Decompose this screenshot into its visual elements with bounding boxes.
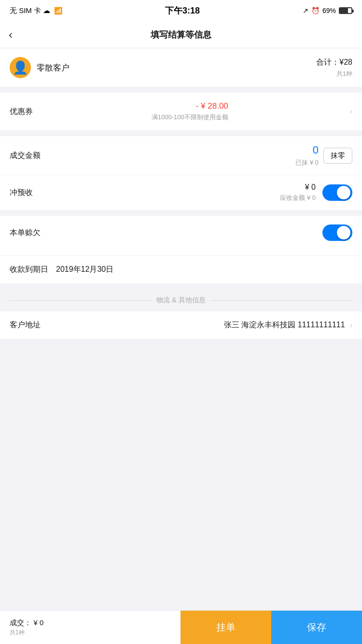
divider-line-left bbox=[10, 300, 152, 301]
coupon-desc: 满1000-100不限制使用金额 bbox=[152, 113, 228, 122]
avatar-icon: 👤 bbox=[13, 60, 28, 75]
due-date-row[interactable]: 收款到期日 2019年12月30日 bbox=[0, 255, 362, 283]
prepay-values: ¥ 0 应收金额 ¥ 0 bbox=[280, 183, 316, 202]
customer-name: 零散客户 bbox=[37, 62, 70, 73]
prepay-toggle[interactable] bbox=[322, 184, 352, 201]
debt-label: 本单赊欠 bbox=[10, 228, 41, 238]
total-amount: 合计：¥28 bbox=[316, 57, 352, 68]
prepay-sub: 应收金额 ¥ 0 bbox=[280, 194, 316, 202]
divider-line-right bbox=[210, 300, 352, 301]
battery-percentage: 69% bbox=[322, 7, 336, 14]
status-left: 无 SIM 卡 ☁ 📶 bbox=[10, 6, 62, 15]
prepay-row: 冲预收 ¥ 0 应收金额 ¥ 0 bbox=[0, 175, 362, 210]
status-right: ↗ ⏰ 69% bbox=[303, 7, 352, 14]
customer-right: 合计：¥28 共1种 bbox=[316, 57, 352, 78]
logistics-line: 物流 & 其他信息 bbox=[10, 296, 352, 305]
battery-icon bbox=[339, 7, 352, 14]
coupon-chevron-icon: › bbox=[350, 107, 352, 116]
back-button[interactable]: ‹ bbox=[9, 29, 13, 41]
bottom-deal-label: 成交： bbox=[10, 618, 31, 627]
debt-toggle-knob bbox=[337, 226, 350, 239]
transaction-value[interactable]: 0 bbox=[295, 144, 319, 156]
address-section[interactable]: 客户地址 张三 海淀永丰科技园 11111111111 › bbox=[0, 311, 362, 339]
alarm-icon: ⏰ bbox=[311, 7, 320, 14]
customer-row: 👤 零散客户 合计：¥28 共1种 bbox=[0, 48, 362, 87]
location-icon: ↗ bbox=[303, 7, 308, 14]
transaction-section: 成交金额 0 已抹 ¥ 0 抹零 冲预收 ¥ 0 应收金额 ¥ 0 bbox=[0, 136, 362, 210]
suspend-button[interactable]: 挂单 bbox=[181, 611, 271, 644]
total-count: 共1种 bbox=[316, 70, 352, 78]
prepay-label: 冲预收 bbox=[10, 188, 33, 198]
due-date-label: 收款到期日 bbox=[10, 265, 48, 275]
avatar: 👤 bbox=[10, 57, 31, 78]
address-right: 张三 海淀永丰科技园 11111111111 › bbox=[224, 320, 352, 330]
logistics-text: 物流 & 其他信息 bbox=[156, 296, 205, 305]
page-title: 填写结算等信息 bbox=[151, 29, 211, 41]
wifi-icon: 📶 bbox=[54, 7, 62, 14]
bottom-info: 成交： ¥ 0 共1种 bbox=[0, 618, 181, 637]
prepay-right: ¥ 0 应收金额 ¥ 0 bbox=[280, 183, 352, 202]
due-date-value: 2019年12月30日 bbox=[56, 265, 113, 275]
amount-input-area: 0 已抹 ¥ 0 抹零 bbox=[295, 144, 352, 167]
empty-space bbox=[0, 345, 362, 441]
save-button[interactable]: 保存 bbox=[271, 611, 362, 644]
debt-toggle[interactable] bbox=[322, 224, 352, 241]
customer-left: 👤 零散客户 bbox=[10, 57, 70, 78]
logistics-divider: 物流 & 其他信息 bbox=[0, 289, 362, 311]
transaction-row: 成交金额 0 已抹 ¥ 0 抹零 bbox=[0, 136, 362, 175]
bottom-deal-amount: ¥ 0 bbox=[33, 618, 43, 627]
sim-label: 无 SIM 卡 ☁ bbox=[10, 6, 50, 15]
debt-row: 本单赊欠 bbox=[0, 216, 362, 250]
status-bar: 无 SIM 卡 ☁ 📶 下午3:18 ↗ ⏰ 69% bbox=[0, 0, 362, 21]
toggle-knob bbox=[337, 186, 350, 199]
coupon-section: 优惠券 - ¥ 28.00 满1000-100不限制使用金额 › bbox=[0, 93, 362, 130]
address-label: 客户地址 bbox=[10, 320, 41, 330]
debt-section: 本单赊欠 收款到期日 2019年12月30日 bbox=[0, 216, 362, 283]
address-chevron-icon: › bbox=[350, 321, 352, 330]
bottom-bar: 成交： ¥ 0 共1种 挂单 保存 bbox=[0, 610, 362, 644]
coupon-amount: - ¥ 28.00 bbox=[152, 101, 228, 111]
already-rounded-label: 已抹 ¥ 0 bbox=[295, 158, 319, 167]
coupon-row[interactable]: 优惠券 - ¥ 28.00 满1000-100不限制使用金额 › bbox=[0, 93, 362, 130]
address-value: 张三 海淀永丰科技园 11111111111 bbox=[224, 320, 345, 330]
coupon-right: - ¥ 28.00 满1000-100不限制使用金额 bbox=[152, 101, 228, 122]
bottom-count: 共1种 bbox=[10, 629, 171, 637]
prepay-amount: ¥ 0 bbox=[280, 183, 316, 192]
bottom-deal-row: 成交： ¥ 0 bbox=[10, 618, 171, 628]
nav-bar: ‹ 填写结算等信息 bbox=[0, 21, 362, 48]
round-button[interactable]: 抹零 bbox=[323, 148, 352, 164]
status-time: 下午3:18 bbox=[165, 5, 200, 16]
customer-section: 👤 零散客户 合计：¥28 共1种 bbox=[0, 48, 362, 87]
coupon-label: 优惠券 bbox=[10, 107, 33, 117]
transaction-label: 成交金额 bbox=[10, 151, 41, 161]
